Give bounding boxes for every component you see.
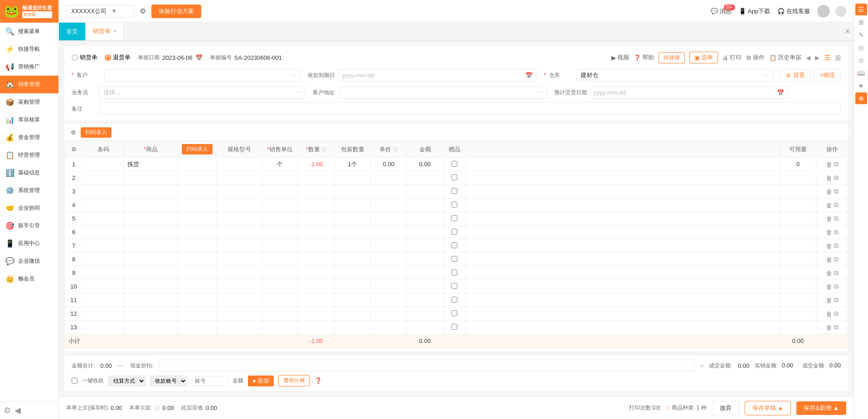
row-unit[interactable] — [262, 321, 298, 334]
sidebar-item-system[interactable]: ⚙️系统管理 — [0, 182, 58, 199]
row-product[interactable] — [124, 307, 178, 321]
row-amount[interactable] — [407, 185, 443, 198]
right-panel-eye-btn[interactable]: ◎ — [855, 42, 867, 53]
row-spec[interactable] — [217, 294, 262, 307]
row-pkgqty[interactable]: 1个 — [335, 158, 371, 171]
row-pkgqty[interactable] — [335, 171, 371, 185]
row-delete-btn[interactable]: 🗑 — [826, 242, 832, 250]
sidebar-item-purchase[interactable]: 📦采购管理 — [0, 93, 58, 111]
right-panel-grid-btn[interactable]: ⊞ — [855, 16, 867, 28]
row-copy-btn[interactable]: ⧉ — [834, 215, 839, 222]
save-draft-btn[interactable]: 保存草稿 ▲ — [745, 401, 791, 415]
row-qty[interactable] — [298, 171, 335, 185]
row-barcode[interactable] — [83, 253, 124, 266]
sidebar-item-sales[interactable]: 🏠销售管理 — [0, 76, 58, 93]
row-delete-btn[interactable]: 🗑 — [826, 269, 832, 277]
row-product[interactable] — [124, 171, 178, 185]
sidebar-item-marketing[interactable]: 📢营销推广 — [0, 58, 58, 76]
row-gift[interactable] — [443, 266, 466, 280]
sidebar-item-search[interactable]: 🔍搜索菜单 — [0, 23, 58, 40]
row-copy-btn[interactable]: ⧉ — [834, 228, 839, 236]
row-price[interactable] — [371, 226, 407, 239]
window-close-btn[interactable]: × — [845, 27, 850, 36]
row-product[interactable] — [124, 185, 178, 198]
nav-prev-icon[interactable]: ◀ — [806, 54, 810, 61]
row-qty[interactable] — [298, 239, 335, 253]
row-product[interactable] — [124, 239, 178, 253]
user-avatar-extra[interactable] — [835, 6, 846, 17]
row-pkgqty[interactable] — [335, 212, 371, 226]
row-gift[interactable] — [443, 212, 466, 226]
row-unit[interactable]: 个 — [262, 158, 298, 171]
due-date-calendar[interactable]: 📅 — [525, 72, 533, 79]
row-price[interactable] — [371, 185, 407, 198]
row-barcode[interactable] — [83, 171, 124, 185]
row-copy-btn[interactable]: ⧉ — [834, 255, 839, 263]
add-btn[interactable]: ● 添加 — [248, 376, 274, 386]
sidebar-item-corp-collab[interactable]: 🤝企业协同 — [0, 199, 58, 217]
row-price[interactable] — [371, 253, 407, 266]
row-barcode[interactable] — [83, 321, 124, 334]
nav-next-icon[interactable]: ▶ — [815, 54, 820, 61]
row-unit[interactable] — [262, 253, 298, 266]
row-amount[interactable] — [407, 280, 443, 294]
online-service-item[interactable]: 🎧 在线客服 — [777, 7, 810, 15]
radio-sales-order[interactable]: 销货单 — [72, 53, 97, 62]
row-pkgqty[interactable] — [335, 198, 371, 212]
row-barcode[interactable] — [83, 185, 124, 198]
row-product[interactable] — [124, 321, 178, 334]
right-panel-book-btn[interactable]: 📖 — [855, 67, 867, 79]
row-product[interactable] — [124, 266, 178, 280]
row-copy-btn[interactable]: ⧉ — [834, 296, 839, 304]
row-delete-btn[interactable]: 🗑 — [826, 323, 832, 331]
right-panel-star-btn[interactable]: ★ — [855, 80, 867, 92]
tab-close-icon[interactable]: × — [113, 28, 116, 34]
customer-addr-input[interactable]: ··· — [340, 86, 547, 99]
row-gift[interactable] — [443, 280, 466, 294]
row-spec[interactable] — [217, 171, 262, 185]
row-unit[interactable] — [262, 171, 298, 185]
row-barcode[interactable] — [83, 294, 124, 307]
row-price[interactable] — [371, 171, 407, 185]
logistics-btn[interactable]: +物流 — [814, 69, 841, 82]
row-copy-btn[interactable]: ⧉ — [834, 310, 839, 318]
shortcut-link[interactable]: 快捷键 — [659, 52, 685, 63]
row-unit[interactable] — [262, 266, 298, 280]
row-gift[interactable] — [443, 239, 466, 253]
row-gift[interactable] — [443, 185, 466, 198]
row-spec[interactable] — [217, 307, 262, 321]
row-barcode[interactable] — [83, 212, 124, 226]
sidebar-collapse-icon[interactable]: ◀ — [15, 405, 21, 415]
row-price[interactable] — [371, 198, 407, 212]
account-input[interactable] — [192, 376, 228, 386]
row-qty[interactable] — [298, 226, 335, 239]
row-delete-btn[interactable]: 🗑 — [826, 310, 832, 318]
row-price[interactable] — [371, 307, 407, 321]
row-qty[interactable] — [298, 307, 335, 321]
row-spec[interactable] — [217, 158, 262, 171]
view-list-icon[interactable]: ☰ — [824, 53, 830, 62]
row-amount[interactable]: 0.00 — [407, 158, 443, 171]
row-qty[interactable] — [298, 198, 335, 212]
row-spec[interactable] — [217, 266, 262, 280]
row-qty[interactable] — [298, 266, 335, 280]
order-no-value[interactable]: SA-20230606-001 — [234, 54, 282, 61]
footer-help-icon[interactable]: ❓ — [315, 377, 322, 384]
row-amount[interactable] — [407, 198, 443, 212]
expense-split-btn[interactable]: 费用分摊 — [278, 375, 310, 386]
row-product[interactable] — [124, 253, 178, 266]
row-qty[interactable] — [298, 212, 335, 226]
warehouse-input[interactable]: 建材仓 ··· — [577, 69, 773, 82]
row-gift[interactable] — [443, 253, 466, 266]
row-product[interactable] — [124, 212, 178, 226]
row-spec[interactable] — [217, 239, 262, 253]
message-item[interactable]: 💬 消息 99+ — [711, 7, 732, 15]
row-barcode[interactable] — [83, 198, 124, 212]
row-amount[interactable] — [407, 253, 443, 266]
row-copy-btn[interactable]: ⧉ — [834, 283, 839, 290]
sidebar-item-app-center[interactable]: 📱应用中心 — [0, 235, 58, 252]
row-unit[interactable] — [262, 198, 298, 212]
right-panel-edit-btn[interactable]: ✎ — [855, 29, 867, 41]
scan-btn[interactable]: 扫码录入 — [81, 127, 112, 138]
row-unit[interactable] — [262, 212, 298, 226]
